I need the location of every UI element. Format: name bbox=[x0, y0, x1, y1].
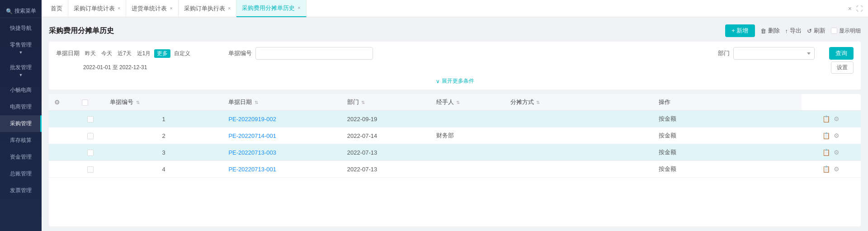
sidebar-item-ledger[interactable]: 总账管理 bbox=[0, 165, 42, 182]
td-doc-no[interactable]: PE-20220714-001 bbox=[223, 127, 341, 144]
row-actions: 📋 ⚙ bbox=[807, 165, 855, 173]
sidebar-item-quick-nav[interactable]: 快捷导航 bbox=[0, 20, 42, 37]
tab-label: 进货单统计表 bbox=[132, 5, 167, 13]
td-checkbox[interactable] bbox=[76, 127, 104, 144]
sidebar-item-retail[interactable]: 零售管理 ▼ bbox=[0, 37, 42, 59]
sidebar-item-label: 小畅电商 bbox=[10, 86, 32, 94]
filter-row-date-range: 2022-01-01 至 2022-12-31 设置 bbox=[56, 61, 854, 74]
dept-label: 部门 bbox=[718, 49, 730, 57]
tab-purchase-order-exec[interactable]: 采购订单执行表 × bbox=[179, 0, 236, 17]
td-doc-no[interactable]: PE-20220713-003 bbox=[223, 144, 341, 161]
date-shortcut-more[interactable]: 更多 bbox=[154, 49, 170, 58]
sidebar-search[interactable]: 🔍 搜索菜单 bbox=[0, 7, 42, 15]
tab-close-icon[interactable]: × bbox=[228, 6, 231, 11]
date-shortcut-7days[interactable]: 近7天 bbox=[116, 49, 133, 58]
close-window-icon[interactable]: × bbox=[848, 5, 852, 12]
td-doc-no[interactable]: PE-20220713-001 bbox=[223, 161, 341, 178]
date-shortcut-today[interactable]: 今天 bbox=[99, 49, 114, 58]
sidebar-item-ecommerce[interactable]: 电商管理 bbox=[0, 99, 42, 115]
tab-label: 采购费用分摊单历史 bbox=[242, 4, 295, 12]
row-checkbox[interactable] bbox=[87, 166, 94, 173]
td-doc-no[interactable]: PE-20220919-002 bbox=[223, 111, 341, 127]
td-handler bbox=[505, 111, 653, 127]
query-button[interactable]: 查询 bbox=[829, 47, 854, 60]
th-split[interactable]: 分摊方式 ⇅ bbox=[505, 94, 653, 111]
row-checkbox[interactable] bbox=[87, 116, 94, 123]
sidebar-search-label: 搜索菜单 bbox=[14, 7, 36, 15]
settings-icon[interactable]: ⚙ bbox=[54, 99, 60, 106]
th-setting[interactable]: ⚙ bbox=[49, 94, 76, 111]
date-shortcut-1month[interactable]: 近1月 bbox=[135, 49, 153, 58]
dept-select[interactable]: 财务部 bbox=[733, 47, 815, 60]
td-action: 📋 ⚙ bbox=[802, 144, 861, 161]
th-doc-no[interactable]: 单据编号 ⇅ bbox=[104, 94, 223, 111]
date-shortcut-yesterday[interactable]: 昨天 bbox=[83, 49, 98, 58]
tab-close-icon[interactable]: × bbox=[170, 6, 172, 11]
sort-icon: ⇅ bbox=[136, 100, 140, 105]
sidebar-item-inventory[interactable]: 库存核算 bbox=[0, 132, 42, 149]
sidebar-item-finance[interactable]: 资金管理 bbox=[0, 149, 42, 165]
settings-button[interactable]: 设置 bbox=[831, 61, 854, 74]
td-checkbox[interactable] bbox=[76, 111, 104, 127]
td-setting bbox=[49, 144, 76, 161]
td-no: 4 bbox=[104, 161, 223, 178]
tab-close-icon[interactable]: × bbox=[297, 5, 300, 10]
td-handler bbox=[505, 161, 653, 178]
tab-close-icon[interactable]: × bbox=[118, 6, 120, 11]
date-label: 单据日期 bbox=[56, 49, 80, 57]
td-date: 2022-07-14 bbox=[342, 127, 431, 144]
tab-home[interactable]: 首页 bbox=[45, 0, 68, 17]
td-split: 按金额 bbox=[653, 111, 802, 127]
edit-row-icon[interactable]: 📋 bbox=[822, 115, 830, 123]
doc-no-link[interactable]: PE-20220919-002 bbox=[228, 116, 276, 123]
td-checkbox[interactable] bbox=[76, 161, 104, 178]
td-checkbox[interactable] bbox=[76, 144, 104, 161]
sidebar-item-label: 资金管理 bbox=[10, 153, 32, 161]
th-handler-label: 经手人 bbox=[436, 99, 454, 105]
refresh-button[interactable]: ↺ 刷新 bbox=[807, 27, 826, 35]
sidebar-item-purchase[interactable]: 采购管理 bbox=[0, 115, 42, 132]
th-handler[interactable]: 经手人 ⇅ bbox=[431, 94, 505, 111]
row-checkbox[interactable] bbox=[87, 133, 94, 139]
more-row-icon[interactable]: ⚙ bbox=[834, 165, 840, 173]
more-row-icon[interactable]: ⚙ bbox=[834, 149, 840, 156]
th-date[interactable]: 单据日期 ⇅ bbox=[223, 94, 341, 111]
doc-no-link[interactable]: PE-20220714-001 bbox=[228, 132, 276, 139]
th-dept[interactable]: 部门 ⇅ bbox=[342, 94, 431, 111]
show-cols-checkbox[interactable]: 显示明细 bbox=[831, 27, 861, 35]
filter-doc-no: 单据编号 bbox=[228, 47, 373, 60]
add-button[interactable]: + 新增 bbox=[725, 24, 755, 37]
edit-row-icon[interactable]: 📋 bbox=[822, 149, 830, 156]
edit-row-icon[interactable]: 📋 bbox=[822, 165, 830, 173]
show-cols-check[interactable] bbox=[831, 28, 837, 34]
export-button[interactable]: ↑ 导出 bbox=[785, 27, 802, 35]
sort-icon: ⇅ bbox=[536, 100, 540, 105]
tab-purchase-order-stats[interactable]: 采购订单统计表 × bbox=[68, 0, 126, 17]
more-row-icon[interactable]: ⚙ bbox=[834, 115, 840, 123]
td-action: 📋 ⚙ bbox=[802, 111, 861, 127]
sidebar-item-ecommerce-mini[interactable]: 小畅电商 bbox=[0, 82, 42, 99]
edit-row-icon[interactable]: 📋 bbox=[822, 132, 830, 139]
td-date: 2022-07-13 bbox=[342, 161, 431, 178]
doc-no-input[interactable] bbox=[255, 47, 373, 60]
row-actions: 📋 ⚙ bbox=[807, 132, 855, 139]
td-setting bbox=[49, 161, 76, 178]
sort-icon: ⇅ bbox=[255, 100, 258, 105]
sidebar-top: 🔍 搜索菜单 bbox=[0, 4, 42, 18]
more-row-icon[interactable]: ⚙ bbox=[834, 132, 840, 139]
tab-purchase-cost-split[interactable]: 采购费用分摊单历史 × bbox=[236, 0, 306, 17]
select-all-checkbox[interactable] bbox=[82, 99, 88, 106]
tab-inbound-stats[interactable]: 进货单统计表 × bbox=[126, 0, 178, 17]
th-checkbox[interactable] bbox=[76, 94, 104, 111]
date-shortcut-custom[interactable]: 自定义 bbox=[172, 49, 192, 58]
td-split: 按金额 bbox=[653, 161, 802, 178]
expand-conditions-btn[interactable]: ∨ 展开更多条件 bbox=[436, 77, 474, 85]
fullscreen-icon[interactable]: ⛶ bbox=[856, 5, 863, 12]
delete-button[interactable]: 🗑 删除 bbox=[760, 27, 780, 35]
sidebar-item-label: 批发管理 bbox=[10, 64, 32, 71]
doc-no-link[interactable]: PE-20220713-003 bbox=[228, 149, 276, 156]
sidebar-item-wholesale[interactable]: 批发管理 ▼ bbox=[0, 59, 42, 82]
sidebar-item-invoice[interactable]: 发票管理 bbox=[0, 182, 42, 199]
doc-no-link[interactable]: PE-20220713-001 bbox=[228, 166, 276, 173]
row-checkbox[interactable] bbox=[87, 150, 94, 156]
